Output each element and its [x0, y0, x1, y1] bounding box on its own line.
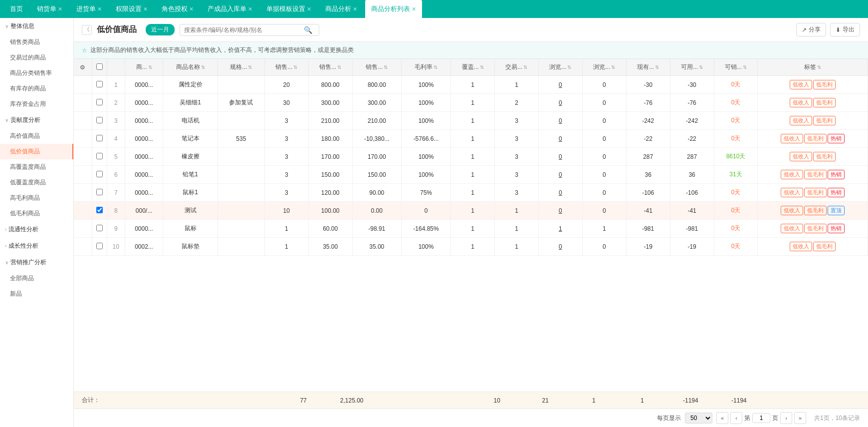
row-checkbox[interactable] — [96, 207, 103, 213]
browse1-link[interactable]: 0 — [559, 99, 562, 106]
row-checkbox[interactable] — [96, 171, 103, 177]
nav-close-purchase[interactable]: ✕ — [97, 6, 102, 12]
col-trade[interactable]: 交易...⇅ — [495, 59, 539, 76]
nav-item-sales[interactable]: 销货单 ✕ — [31, 0, 68, 18]
sidebar-item-high-coverage[interactable]: 高覆盖度商品 — [0, 159, 73, 175]
cell-checkbox[interactable] — [92, 202, 107, 220]
cell-browse1[interactable]: 0 — [538, 166, 582, 184]
cell-browse1[interactable]: 0 — [538, 130, 582, 148]
sidebar-item-new-goods[interactable]: 新品 — [0, 286, 73, 302]
cell-checkbox[interactable] — [92, 76, 107, 94]
browse1-link[interactable]: 0 — [559, 81, 562, 88]
sidebar-item-stocked-goods[interactable]: 有库存的商品 — [0, 81, 73, 96]
sidebar-section-marketing-title[interactable]: ∨ 营销推广分析 — [0, 254, 73, 271]
page-number-input[interactable] — [752, 413, 770, 423]
row-checkbox[interactable] — [96, 81, 103, 87]
sidebar-item-low-margin[interactable]: 低毛利商品 — [0, 206, 73, 221]
nav-close-role[interactable]: ✕ — [189, 6, 194, 12]
nav-close-analysis[interactable]: ✕ — [353, 6, 357, 12]
nav-item-analysis[interactable]: 商品分析 ✕ — [319, 0, 363, 18]
nav-close-sales[interactable]: ✕ — [58, 6, 62, 12]
cell-checkbox[interactable] — [92, 112, 107, 130]
first-page-button[interactable]: « — [716, 412, 728, 424]
browse1-link[interactable]: 0 — [559, 207, 562, 214]
last-page-button[interactable]: » — [794, 412, 806, 424]
nav-close-template[interactable]: ✕ — [307, 6, 311, 12]
row-checkbox[interactable] — [96, 153, 103, 159]
sidebar-section-overall-title[interactable]: ∨ 整体信息 — [0, 18, 73, 34]
sidebar-item-stock-capital[interactable]: 库存资金占用 — [0, 96, 73, 112]
browse1-link[interactable]: 0 — [559, 171, 562, 178]
browse1-link[interactable]: 0 — [559, 243, 562, 250]
nav-item-purchase[interactable]: 进货单 ✕ — [70, 0, 108, 18]
col-sales-amt[interactable]: 销售...⇅ — [308, 59, 352, 76]
sidebar-collapse-button[interactable]: 《 — [82, 25, 92, 35]
select-all-checkbox[interactable] — [96, 63, 103, 70]
sidebar-section-contribution-title[interactable]: ∨ 贡献度分析 — [0, 112, 73, 128]
sidebar-item-traded-goods[interactable]: 交易过的商品 — [0, 50, 73, 65]
col-name[interactable]: 商品名称⇅ — [163, 59, 217, 76]
cell-checkbox[interactable] — [92, 94, 107, 112]
cell-browse1[interactable]: 0 — [538, 76, 582, 94]
sidebar-item-high-value[interactable]: 高价值商品 — [0, 128, 73, 144]
cell-checkbox[interactable] — [92, 220, 107, 238]
cell-browse1[interactable]: 0 — [538, 238, 582, 256]
sidebar-item-low-coverage[interactable]: 低覆盖度商品 — [0, 175, 73, 190]
cell-checkbox[interactable] — [92, 148, 107, 166]
sidebar-section-growth-title[interactable]: › 成长性分析 — [0, 238, 73, 254]
col-checkbox-all[interactable] — [92, 59, 107, 76]
nav-close-product[interactable]: ✕ — [248, 6, 252, 12]
export-button[interactable]: ⬇ 导出 — [830, 23, 860, 36]
search-icon[interactable]: 🔍 — [304, 26, 312, 34]
cell-browse1[interactable]: 0 — [538, 112, 582, 130]
row-checkbox[interactable] — [96, 225, 103, 231]
nav-close-analysis-list[interactable]: ✕ — [412, 6, 416, 12]
cell-browse1[interactable]: 0 — [538, 202, 582, 220]
row-checkbox[interactable] — [96, 243, 103, 249]
cell-browse1[interactable]: 0 — [538, 184, 582, 202]
sidebar-item-sales-goods[interactable]: 销售类商品 — [0, 34, 73, 50]
nav-item-template[interactable]: 单据模板设置 ✕ — [260, 0, 317, 18]
cell-checkbox[interactable] — [92, 238, 107, 256]
cell-browse1[interactable]: 1 — [538, 220, 582, 238]
sidebar-section-circulation-title[interactable]: › 流通性分析 — [0, 221, 73, 238]
time-filter-button[interactable]: 近一月 — [146, 24, 175, 35]
nav-item-product[interactable]: 产成品入库单 ✕ — [202, 0, 258, 18]
cell-browse1[interactable]: 0 — [538, 148, 582, 166]
sidebar-item-low-value[interactable]: 低价值商品 — [0, 144, 73, 159]
cell-checkbox[interactable] — [92, 184, 107, 202]
next-page-button[interactable]: › — [780, 412, 792, 424]
browse1-link[interactable]: 0 — [559, 117, 562, 124]
sidebar-item-high-margin[interactable]: 高毛利商品 — [0, 190, 73, 206]
nav-close-permission[interactable]: ✕ — [143, 6, 148, 12]
cell-checkbox[interactable] — [92, 130, 107, 148]
browse1-link[interactable]: 0 — [559, 189, 562, 196]
col-available[interactable]: 可用...⇅ — [670, 59, 714, 76]
row-checkbox[interactable] — [96, 135, 103, 141]
col-current-stock[interactable]: 现有...⇅ — [626, 59, 670, 76]
browse1-link[interactable]: 0 — [559, 135, 562, 142]
nav-item-analysis-list[interactable]: 商品分析列表 ✕ — [365, 0, 422, 18]
nav-item-home[interactable]: 首页 — [4, 0, 29, 18]
row-checkbox[interactable] — [96, 99, 103, 105]
col-spec[interactable]: 规格...⇅ — [217, 59, 264, 76]
nav-item-role[interactable]: 角色授权 ✕ — [156, 0, 200, 18]
col-browse2[interactable]: 浏览...⇅ — [582, 59, 626, 76]
share-button[interactable]: ↗ 分享 — [796, 23, 826, 36]
nav-item-permission[interactable]: 权限设置 ✕ — [110, 0, 154, 18]
row-checkbox[interactable] — [96, 189, 103, 195]
col-browse1[interactable]: 浏览...⇅ — [538, 59, 582, 76]
cell-checkbox[interactable] — [92, 166, 107, 184]
sidebar-item-category-rate[interactable]: 商品分类销售率 — [0, 65, 73, 81]
prev-page-button[interactable]: ‹ — [730, 412, 742, 424]
cell-browse1[interactable]: 0 — [538, 94, 582, 112]
col-coverage[interactable]: 覆盖...⇅ — [451, 59, 495, 76]
col-sellable[interactable]: 可销...⇅ — [714, 59, 758, 76]
row-checkbox[interactable] — [96, 117, 103, 123]
browse1-link[interactable]: 0 — [559, 153, 562, 160]
browse1-link[interactable]: 1 — [559, 225, 562, 232]
col-sales-qty[interactable]: 销售...⇅ — [264, 59, 308, 76]
page-size-select[interactable]: 50 100 200 — [685, 413, 712, 424]
col-sales-profit[interactable]: 销售...⇅ — [352, 59, 401, 76]
sidebar-item-all-goods[interactable]: 全部商品 — [0, 271, 73, 286]
